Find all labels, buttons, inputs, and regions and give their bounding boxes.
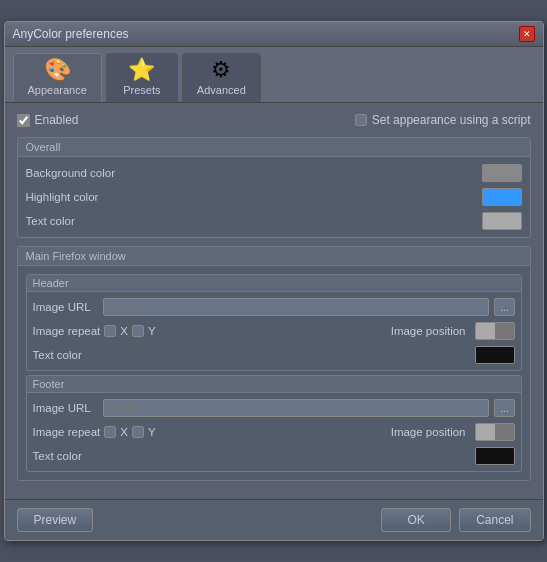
ok-cancel-group: OK Cancel (381, 508, 530, 532)
header-position-swatch[interactable] (475, 322, 515, 340)
enabled-label: Enabled (35, 113, 79, 127)
footer-browse-button[interactable]: ... (494, 399, 514, 417)
header-repeat-y-label: Y (148, 325, 156, 337)
top-options-row: Enabled Set appearance using a script (17, 113, 531, 127)
highlight-color-row: Highlight color (26, 185, 522, 209)
enabled-checkbox[interactable] (17, 114, 30, 127)
footer-position-swatch[interactable] (475, 423, 515, 441)
footer-repeat-y-label: Y (148, 426, 156, 438)
text-color-overall-swatch[interactable] (482, 212, 522, 230)
presets-icon: ⭐ (128, 59, 155, 81)
header-subsection-title: Header (27, 275, 521, 292)
script-label: Set appearance using a script (372, 113, 531, 127)
text-color-overall-label: Text color (26, 215, 482, 227)
header-text-color-row: Text color (33, 343, 515, 367)
overall-section: Overall Background color Highlight color… (17, 137, 531, 238)
header-image-url-input[interactable] (103, 298, 490, 316)
header-subsection: Header Image URL ... Image repeat X (26, 274, 522, 371)
header-repeat-x-checkbox[interactable] (104, 325, 116, 337)
title-bar: AnyColor preferences ✕ (5, 22, 543, 47)
footer-repeat-label: Image repeat (33, 426, 101, 438)
header-repeat-label: Image repeat (33, 325, 101, 337)
script-checkbox[interactable] (355, 114, 367, 126)
ok-button[interactable]: OK (381, 508, 451, 532)
tabs-area: 🎨 Appearance ⭐ Presets ⚙ Advanced (5, 47, 543, 103)
background-color-label: Background color (26, 167, 482, 179)
header-repeat-x-label: X (120, 325, 128, 337)
background-color-row: Background color (26, 161, 522, 185)
tab-presets-label: Presets (123, 84, 160, 96)
footer-image-url-row: Image URL ... (33, 396, 515, 420)
footer-image-url-label: Image URL (33, 402, 98, 414)
main-firefox-body: Header Image URL ... Image repeat X (18, 266, 530, 480)
close-button[interactable]: ✕ (519, 26, 535, 42)
background-color-swatch[interactable] (482, 164, 522, 182)
footer-position-label: Image position (391, 426, 466, 438)
footer-repeat-y-checkbox[interactable] (132, 426, 144, 438)
tab-appearance-label: Appearance (28, 84, 87, 96)
window-title: AnyColor preferences (13, 27, 129, 41)
enabled-option: Enabled (17, 113, 79, 127)
tab-appearance[interactable]: 🎨 Appearance (13, 53, 102, 102)
footer-subsection-title: Footer (27, 376, 521, 393)
header-position-label: Image position (391, 325, 466, 337)
cancel-button[interactable]: Cancel (459, 508, 530, 532)
footer-subsection: Footer Image URL ... Image repeat X (26, 375, 522, 472)
script-option: Set appearance using a script (355, 113, 531, 127)
footer-image-url-input[interactable] (103, 399, 490, 417)
overall-section-title: Overall (18, 138, 530, 157)
header-text-color-label: Text color (33, 349, 475, 361)
footer-text-color-swatch[interactable] (475, 447, 515, 465)
header-text-color-swatch[interactable] (475, 346, 515, 364)
header-browse-button[interactable]: ... (494, 298, 514, 316)
footer-subsection-body: Image URL ... Image repeat X Y Image pos… (27, 393, 521, 471)
header-image-url-label: Image URL (33, 301, 98, 313)
footer-repeat-x-label: X (120, 426, 128, 438)
footer-text-color-row: Text color (33, 444, 515, 468)
footer-repeat-x-checkbox[interactable] (104, 426, 116, 438)
text-color-overall-row: Text color (26, 209, 522, 233)
main-firefox-section: Main Firefox window Header Image URL ...… (17, 246, 531, 481)
header-repeat-row: Image repeat X Y Image position (33, 319, 515, 343)
tab-advanced-label: Advanced (197, 84, 246, 96)
preview-button[interactable]: Preview (17, 508, 94, 532)
header-image-url-row: Image URL ... (33, 295, 515, 319)
appearance-icon: 🎨 (44, 59, 71, 81)
main-firefox-section-title: Main Firefox window (18, 247, 530, 266)
overall-section-body: Background color Highlight color Text co… (18, 157, 530, 237)
content-area: Enabled Set appearance using a script Ov… (5, 103, 543, 499)
advanced-icon: ⚙ (211, 59, 231, 81)
highlight-color-label: Highlight color (26, 191, 482, 203)
main-window: AnyColor preferences ✕ 🎨 Appearance ⭐ Pr… (4, 21, 544, 541)
footer-repeat-row: Image repeat X Y Image position (33, 420, 515, 444)
tab-presets[interactable]: ⭐ Presets (106, 53, 178, 102)
footer-text-color-label: Text color (33, 450, 475, 462)
header-subsection-body: Image URL ... Image repeat X Y Image pos… (27, 292, 521, 370)
header-repeat-y-checkbox[interactable] (132, 325, 144, 337)
highlight-color-swatch[interactable] (482, 188, 522, 206)
bottom-bar: Preview OK Cancel (5, 499, 543, 540)
tab-advanced[interactable]: ⚙ Advanced (182, 53, 261, 102)
